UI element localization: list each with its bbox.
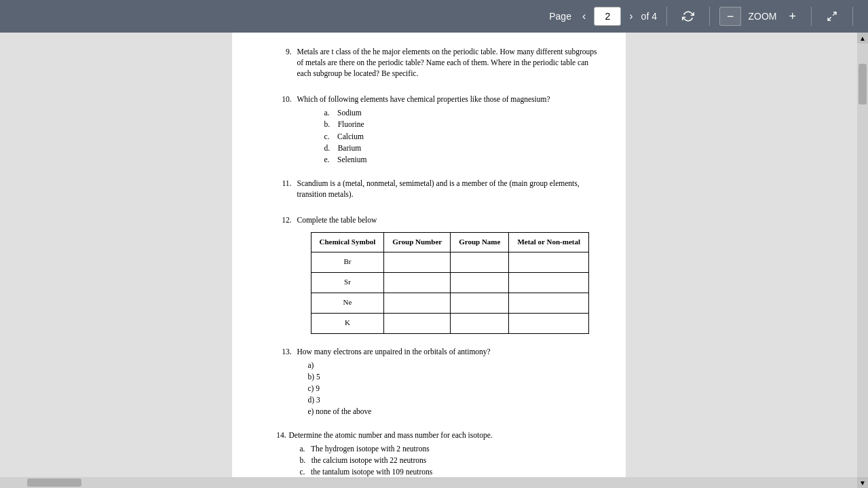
col-header-chemical: Chemical Symbol — [311, 233, 384, 252]
cell-empty — [451, 252, 509, 272]
q9-text: Metals are t class of the he major eleme… — [297, 46, 599, 79]
q11-text: Scandium is a (metal, nonmetal, semimeta… — [297, 178, 599, 200]
fit-icon — [827, 11, 837, 22]
zoom-label: ZOOM — [744, 11, 780, 22]
cell-empty — [451, 272, 509, 293]
page-number-input[interactable] — [594, 7, 621, 26]
cell-empty — [509, 293, 589, 313]
list-item: e) none of the above — [308, 406, 599, 417]
cell-empty — [384, 313, 451, 333]
svg-line-0 — [833, 12, 836, 16]
cell-empty — [509, 272, 589, 293]
list-item: e. Selenium — [324, 154, 599, 165]
prev-page-button[interactable]: ‹ — [577, 7, 591, 25]
col-header-group-num: Group Number — [384, 233, 451, 252]
cell-k: K — [311, 313, 384, 333]
list-item: b. Fluorine — [324, 119, 599, 130]
fit-page-button[interactable] — [821, 8, 843, 24]
horizontal-scrollbar[interactable] — [0, 477, 857, 488]
reset-icon — [682, 10, 694, 22]
zoom-in-button[interactable]: + — [783, 7, 801, 26]
list-item: d. Barium — [324, 143, 599, 153]
divider-3 — [811, 7, 812, 26]
page-navigation: Page ‹ › of 4 — [549, 7, 657, 26]
q14-text: Determine the atomic number and mass num… — [289, 430, 599, 440]
document-page: 9. Metals are t class of the he major el… — [232, 33, 626, 488]
question-10: 10. Which of following elements have che… — [273, 94, 599, 166]
list-item: c. Calcium — [324, 131, 599, 142]
list-item: c) 9 — [308, 383, 599, 394]
q11-number: 11. — [273, 178, 292, 202]
q13-text: How many electrons are unpaired in the o… — [297, 346, 599, 357]
zoom-controls: − ZOOM + — [719, 7, 801, 26]
periodic-table: Chemical Symbol Group Number Group Name … — [311, 232, 590, 333]
reset-button[interactable] — [677, 7, 700, 25]
list-item: a. The hydrogen isotope with 2 neutrons — [300, 443, 599, 454]
page-label: Page — [549, 11, 571, 22]
cell-empty — [509, 252, 589, 272]
list-item: a. Sodium — [324, 107, 599, 118]
scroll-track[interactable] — [857, 43, 868, 477]
q10-text: Which of following elements have chemica… — [297, 94, 599, 105]
divider-1 — [666, 7, 667, 26]
document-area[interactable]: 9. Metals are t class of the he major el… — [0, 33, 857, 488]
q13-choices: a) b) 5 c) 9 d) 3 e) none of the above — [308, 360, 599, 417]
list-item: a) — [308, 360, 599, 371]
list-item: b) 5 — [308, 371, 599, 382]
vertical-scrollbar[interactable]: ▲ ▼ — [857, 33, 868, 488]
svg-line-1 — [828, 17, 831, 20]
list-item: d) 3 — [308, 394, 599, 405]
question-13: 13. How many electrons are unpaired in t… — [273, 346, 599, 418]
cell-empty — [384, 293, 451, 313]
q9-number: 9. — [273, 46, 292, 81]
toolbar: Page ‹ › of 4 − ZOOM + — [0, 0, 868, 33]
scroll-up-arrow[interactable]: ▲ — [857, 33, 868, 43]
table-row: Br — [311, 252, 589, 272]
cell-empty — [384, 252, 451, 272]
q10-number: 10. — [273, 94, 292, 166]
table-row: Ne — [311, 293, 589, 313]
scroll-thumb[interactable] — [858, 64, 867, 105]
scroll-down-arrow[interactable]: ▼ — [857, 477, 868, 488]
list-item: b. the calcium isotope with 22 neutrons — [300, 455, 599, 466]
table-row: K — [311, 313, 589, 333]
h-scroll-thumb[interactable] — [27, 478, 81, 487]
main-area: 9. Metals are t class of the he major el… — [0, 33, 868, 488]
cell-empty — [384, 272, 451, 293]
question-9: 9. Metals are t class of the he major el… — [273, 46, 599, 81]
question-11: 11. Scandium is a (metal, nonmetal, semi… — [273, 178, 599, 202]
cell-sr: Sr — [311, 272, 384, 293]
question-12: 12. Complete the table below Chemical Sy… — [273, 214, 599, 333]
cell-empty — [451, 293, 509, 313]
cell-br: Br — [311, 252, 384, 272]
q13-number: 13. — [273, 346, 292, 418]
col-header-group-name: Group Name — [451, 233, 509, 252]
q12-text: Complete the table below — [297, 214, 599, 225]
total-pages: of 4 — [641, 11, 657, 22]
cell-empty — [451, 313, 509, 333]
q12-number: 12. — [273, 214, 292, 333]
col-header-metal: Metal or Non-metal — [509, 233, 589, 252]
divider-2 — [709, 7, 710, 26]
list-item: c. the tantalum isotope with 109 neutron… — [300, 466, 599, 477]
q10-choices: a. Sodium b. Fluorine c. Calcium d. Bari… — [324, 107, 599, 164]
cell-ne: Ne — [311, 293, 384, 313]
cell-empty — [509, 313, 589, 333]
next-page-button[interactable]: › — [624, 7, 638, 25]
divider-4 — [852, 7, 853, 26]
zoom-out-button[interactable]: − — [719, 7, 742, 26]
table-row: Sr — [311, 272, 589, 293]
